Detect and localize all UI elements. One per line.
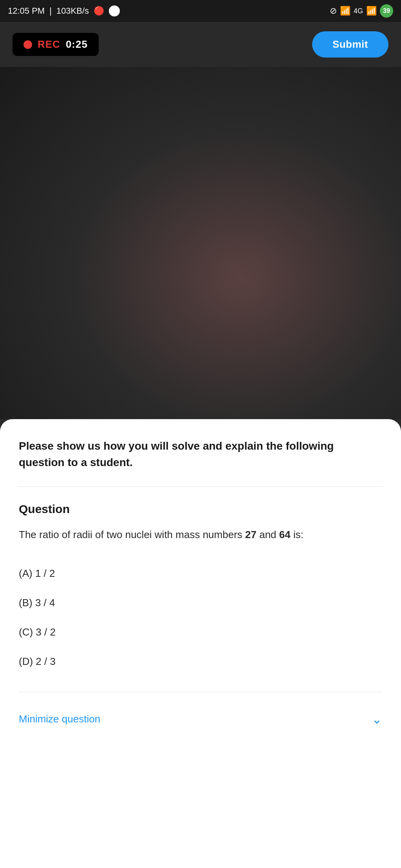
- signal-icon: ⊘: [330, 6, 337, 16]
- rec-timer: 0:25: [66, 38, 88, 50]
- rec-badge: REC 0:25: [13, 33, 99, 56]
- content-card: Please show us how you will solve and ex…: [0, 419, 401, 868]
- rec-label: REC: [38, 38, 60, 50]
- option-d[interactable]: (D) 2 / 3: [19, 647, 382, 676]
- chevron-down-icon[interactable]: ⌄: [372, 712, 382, 727]
- signal-bars-icon: 📶: [340, 6, 350, 16]
- divider-bottom: [19, 692, 382, 692]
- instruction-text: Please show us how you will solve and ex…: [19, 438, 382, 471]
- battery-level: 39: [380, 4, 393, 18]
- question-text: The ratio of radii of two nuclei with ma…: [19, 527, 382, 543]
- options-list: (A) 1 / 2 (B) 3 / 4 (C) 3 / 2 (D) 2 / 3: [19, 559, 382, 676]
- question-text-part3: is:: [291, 529, 303, 540]
- status-separator: |: [49, 6, 52, 16]
- minimize-question-link[interactable]: Minimize question: [19, 713, 100, 725]
- question-text-bold1: 27: [245, 529, 256, 540]
- toolbar: REC 0:25 Submit: [0, 22, 401, 67]
- rec-dot-icon: [23, 40, 32, 49]
- signal-bars-4g-icon: 4G: [354, 7, 363, 15]
- question-text-part2: and: [256, 529, 279, 540]
- divider-top: [19, 486, 382, 487]
- status-app-icon: [109, 5, 120, 16]
- camera-preview: [0, 67, 401, 419]
- option-b[interactable]: (B) 3 / 4: [19, 588, 382, 618]
- signal-bars2-icon: 📶: [366, 6, 377, 16]
- status-right: ⊘ 📶 4G 📶 39: [330, 4, 393, 18]
- status-time: 12:05 PM: [8, 6, 45, 16]
- question-text-bold2: 64: [279, 529, 291, 540]
- status-left: 12:05 PM | 103KB/s 🔴: [8, 5, 120, 16]
- question-text-part1: The ratio of radii of two nuclei with ma…: [19, 529, 245, 540]
- option-a[interactable]: (A) 1 / 2: [19, 559, 382, 588]
- option-c[interactable]: (C) 3 / 2: [19, 618, 382, 647]
- status-network: 103KB/s: [56, 6, 89, 16]
- status-icons: 🔴: [94, 6, 104, 16]
- bottom-bar: Minimize question ⌄: [19, 704, 382, 742]
- submit-button[interactable]: Submit: [312, 31, 388, 58]
- question-label: Question: [19, 502, 382, 516]
- status-bar: 12:05 PM | 103KB/s 🔴 ⊘ 📶 4G 📶 39: [0, 0, 401, 22]
